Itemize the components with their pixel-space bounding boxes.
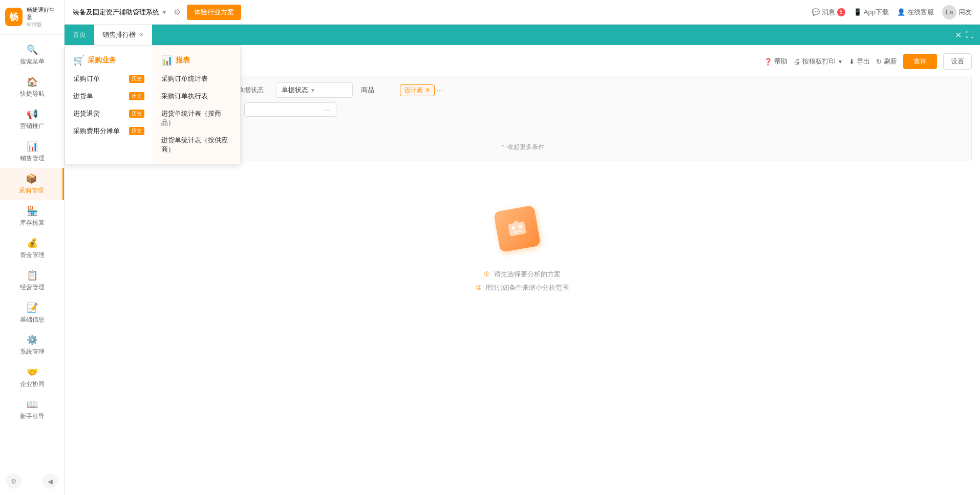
- sidebar-item-marketing[interactable]: 📢 营销推广: [0, 103, 64, 136]
- purchase-menu-section: 🛒 采购业务 采购订单 历史 进货单 历史 进货退货 历史 采购费用分摊单 历史: [65, 46, 153, 164]
- header-right: 💬 消息 5 📱 App下载 👤 在线客服 Ea 用友: [812, 5, 972, 19]
- sales-icon: 📊: [27, 141, 38, 152]
- sidebar: 畅 畅捷通好生意 标准版 🔍 搜索菜单 🏠 快捷导航 📢 营销推广 📊 销售管理…: [0, 0, 65, 495]
- tab-home[interactable]: 首页: [65, 25, 94, 45]
- tabs-bar: 首页 销售排行榜 ✕ ✕ ⛶: [65, 25, 980, 45]
- history-badge: 历史: [129, 127, 144, 135]
- print-dropdown-icon: ▼: [838, 59, 843, 64]
- report-section-title: 📊 报表: [153, 52, 241, 70]
- collapse-sidebar-btn[interactable]: ◀: [42, 474, 58, 489]
- dropdown-menu: 🛒 采购业务 采购订单 历史 进货单 历史 进货退货 历史 采购费用分摊单 历史…: [65, 45, 241, 165]
- query-button[interactable]: 查询: [903, 54, 937, 69]
- expand-icon[interactable]: ⛶: [966, 30, 974, 39]
- empty-hint-2: ② 用[过滤]条件来缩小分析范围: [476, 281, 569, 294]
- phone-icon: 📱: [854, 8, 862, 16]
- report-section-icon: 📊: [161, 55, 173, 66]
- sidebar-item-sales[interactable]: 📊 销售管理: [0, 136, 64, 168]
- home-icon: 🏠: [27, 76, 38, 88]
- svg-rect-1: [512, 226, 515, 230]
- setting-button[interactable]: 设置: [943, 53, 972, 70]
- sidebar-item-enterprise[interactable]: 🤝 企业协同: [0, 361, 64, 394]
- chevron-down-icon: ▼: [161, 9, 167, 16]
- svg-rect-0: [508, 221, 526, 236]
- online-service-btn[interactable]: 👤 在线客服: [897, 8, 934, 17]
- print-icon: 🖨: [794, 58, 800, 66]
- base-info-icon: 📝: [27, 302, 38, 313]
- logo-icon: 畅: [5, 8, 23, 26]
- tab-sales-rank[interactable]: 销售排行榜 ✕: [94, 25, 152, 45]
- header: 装备及固定资产辅助管理系统 ▼ ⚙ 体验行业方案 💬 消息 5 📱 App下载 …: [65, 0, 980, 25]
- refresh-btn[interactable]: ↻ 刷新: [876, 57, 897, 66]
- purchase-icon: 📦: [26, 173, 37, 184]
- sidebar-item-inventory[interactable]: 🏪 库存核算: [0, 200, 64, 232]
- sidebar-logo: 畅 畅捷通好生意 标准版: [0, 0, 64, 35]
- empty-state: ① 请先选择要分析的方案 ② 用[过滤]条件来缩小分析范围: [73, 167, 972, 335]
- logo-badge: 标准版: [27, 21, 59, 28]
- history-badge: 历史: [129, 75, 144, 83]
- message-badge: 5: [837, 8, 845, 16]
- history-badge: 历史: [129, 110, 144, 118]
- logo-text: 畅捷通好生意: [27, 6, 59, 21]
- sidebar-item-system[interactable]: ⚙️ 系统管理: [0, 329, 64, 361]
- goods-more-icon[interactable]: ···: [437, 86, 443, 94]
- avatar: Ea: [942, 5, 956, 19]
- header-left: 装备及固定资产辅助管理系统 ▼ ⚙ 体验行业方案: [73, 5, 241, 20]
- refresh-icon: ↻: [876, 58, 882, 66]
- gear-icon[interactable]: ⚙: [174, 7, 181, 17]
- sidebar-item-purchase[interactable]: 📦 采购管理: [0, 168, 64, 200]
- print-btn[interactable]: 🖨 按模板打印 ▼: [794, 57, 843, 66]
- help-btn[interactable]: ❓ 帮助: [764, 57, 787, 66]
- system-title: 装备及固定资产辅助管理系统: [73, 8, 159, 17]
- export-icon: ⬇: [849, 58, 855, 66]
- search-icon: 🔍: [27, 44, 38, 55]
- sidebar-item-quick-nav[interactable]: 🏠 快捷导航: [0, 71, 64, 103]
- svg-rect-2: [519, 225, 522, 228]
- sidebar-nav: 🔍 搜索菜单 🏠 快捷导航 📢 营销推广 📊 销售管理 📦 采购管理 🏪 库存核…: [0, 35, 64, 467]
- close-icon[interactable]: ✕: [955, 30, 962, 40]
- purchase-section-title: 🛒 采购业务: [65, 52, 153, 70]
- empty-hint-1: ① 请先选择要分析的方案: [484, 268, 561, 281]
- chevron-down-icon: ▼: [310, 88, 315, 93]
- menu-item-inbound-stat-goods[interactable]: 进货单统计表（按商品）: [153, 105, 241, 132]
- export-btn[interactable]: ⬇ 导出: [849, 57, 870, 66]
- sidebar-item-guide[interactable]: 📖 新手引导: [0, 394, 64, 426]
- finance-icon: 💰: [27, 238, 38, 249]
- robot-icon: [494, 205, 541, 253]
- menu-item-purchase-order-stat[interactable]: 采购订单统计表: [153, 70, 241, 88]
- menu-item-purchase-order[interactable]: 采购订单 历史: [65, 70, 153, 88]
- goods-tag-close[interactable]: ✕: [425, 87, 430, 94]
- doc-status-label: 单据状态: [237, 85, 268, 95]
- app-download-btn[interactable]: 📱 App下载: [854, 8, 889, 17]
- sidebar-item-operations[interactable]: 📋 经营管理: [0, 265, 64, 297]
- system-icon: ⚙️: [27, 334, 38, 346]
- sidebar-item-finance[interactable]: 💰 资金管理: [0, 232, 64, 265]
- salesman-more-icon[interactable]: ···: [325, 105, 331, 114]
- menu-item-purchase-expense[interactable]: 采购费用分摊单 历史: [65, 122, 153, 140]
- svg-line-5: [516, 221, 516, 223]
- enterprise-icon: 🤝: [27, 367, 38, 378]
- history-badge: 历史: [129, 92, 144, 100]
- purchase-section-icon: 🛒: [73, 55, 84, 66]
- message-btn[interactable]: 💬 消息 5: [812, 8, 845, 17]
- marketing-icon: 📢: [27, 109, 38, 120]
- menu-item-inbound-return[interactable]: 进货退货 历史: [65, 105, 153, 122]
- help-icon: ❓: [764, 58, 772, 66]
- user-menu-btn[interactable]: Ea 用友: [942, 5, 972, 19]
- system-title-dropdown[interactable]: 装备及固定资产辅助管理系统 ▼: [73, 8, 167, 17]
- inventory-icon: 🏪: [27, 205, 38, 217]
- menu-item-inbound[interactable]: 进货单 历史: [65, 88, 153, 105]
- salesman-select[interactable]: ···: [244, 102, 336, 117]
- menu-item-purchase-order-exec[interactable]: 采购订单执行表: [153, 88, 241, 105]
- message-icon: 💬: [812, 8, 820, 16]
- settings-bottom-btn[interactable]: ⚙: [6, 474, 22, 489]
- tab-close-icon[interactable]: ✕: [139, 31, 144, 38]
- sidebar-item-base-info[interactable]: 📝 基础信息: [0, 297, 64, 329]
- guide-icon: 📖: [27, 399, 38, 410]
- sidebar-bottom: ⚙ ◀: [0, 467, 64, 495]
- industry-btn[interactable]: 体验行业方案: [187, 5, 241, 20]
- tabs-right: ✕ ⛶: [955, 30, 980, 40]
- menu-item-inbound-stat-supplier[interactable]: 进货单统计表（按供应商）: [153, 132, 241, 158]
- doc-status-select[interactable]: 单据状态 ▼: [276, 82, 353, 98]
- report-menu-section: 📊 报表 采购订单统计表 采购订单执行表 进货单统计表（按商品） 进货单统计表（…: [153, 46, 241, 164]
- sidebar-item-search[interactable]: 🔍 搜索菜单: [0, 39, 64, 71]
